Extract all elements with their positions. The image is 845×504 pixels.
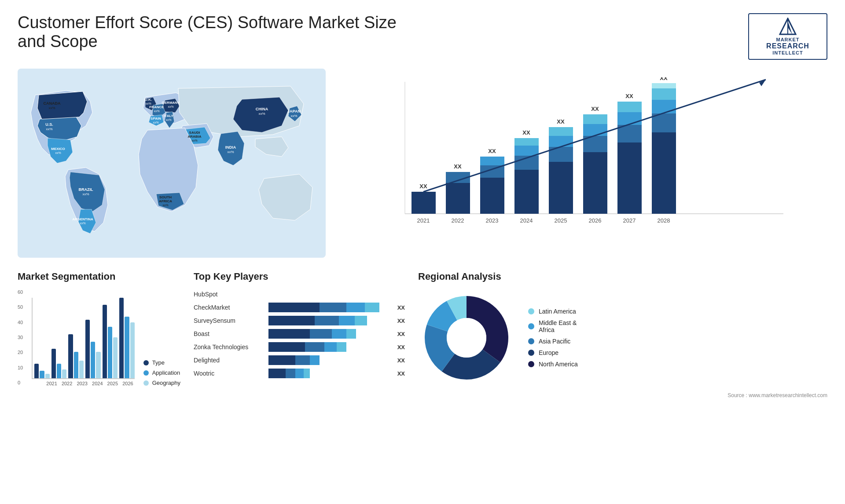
bar-2028-seg3 [652, 100, 676, 113]
logo-icon [779, 18, 797, 35]
svg-text:2022: 2022 [452, 217, 464, 224]
svg-text:2023: 2023 [486, 217, 499, 224]
player-bar-inner-zonka [268, 342, 390, 352]
player-name-zonka: Zonka Technologies [194, 343, 264, 351]
player-name-delighted: Delighted [194, 357, 264, 364]
svg-text:ARGENTINA: ARGENTINA [72, 217, 93, 221]
bar-seg-3 [332, 329, 346, 339]
svg-text:ITALY: ITALY [164, 114, 173, 118]
legend-dot-application [143, 370, 149, 376]
bar-2026-seg4 [583, 114, 607, 124]
legend-label-geography: Geography [152, 380, 180, 386]
seg-bar-geo-2023 [79, 361, 84, 378]
svg-text:xx%: xx% [55, 151, 61, 154]
reg-dot-latin-america [528, 308, 534, 314]
seg-bar-geo-2024 [96, 352, 100, 378]
bar-2026-seg1 [583, 152, 607, 214]
seg-chart [32, 298, 134, 379]
svg-text:CANADA: CANADA [44, 101, 61, 106]
player-xx-surveysensum: XX [397, 318, 405, 324]
seg-bar-geo-2025 [113, 337, 118, 378]
seg-bar-geo-2021 [45, 374, 50, 378]
player-xx-delighted: XX [397, 357, 405, 364]
seg-y-axis: 60 50 40 30 20 10 0 [18, 289, 23, 386]
seg-bar-app-2022 [57, 364, 61, 378]
logo-text-research: RESEARCH [766, 42, 809, 50]
legend-europe: Europe [528, 349, 578, 356]
svg-text:XX: XX [591, 106, 599, 112]
players-list: HubSpot CheckMarket XX SurveySens [194, 289, 405, 378]
svg-text:MEXICO: MEXICO [51, 147, 65, 151]
reg-dot-north-america [528, 361, 534, 367]
bar-2028-seg5 [652, 83, 676, 88]
bar-seg-3 [346, 303, 364, 312]
player-bar-hubspot [268, 289, 405, 299]
seg-x-axis: 2021 2022 2023 2024 2025 2026 [45, 381, 134, 386]
bar-seg-1 [268, 342, 305, 352]
segmentation-section: Market Segmentation 60 50 40 30 20 10 0 [18, 271, 180, 398]
svg-text:xx%: xx% [168, 105, 173, 108]
map-svg: CANADA xx% U.S. xx% MEXICO xx% BRAZIL xx… [18, 69, 326, 258]
svg-text:INDIA: INDIA [225, 145, 236, 150]
seg-bar-type-2023 [68, 334, 73, 378]
svg-text:xx%: xx% [48, 106, 55, 110]
segmentation-title: Market Segmentation [18, 271, 180, 282]
bar-2021-seg1 [411, 192, 436, 214]
legend-north-america: North America [528, 361, 578, 368]
svg-text:xx%: xx% [145, 102, 151, 105]
source-text: Source : www.marketresearchintellect.com [727, 392, 827, 398]
seg-bar-app-2024 [91, 342, 95, 378]
player-row-checkmarket: CheckMarket XX [194, 303, 405, 312]
reg-dot-europe [528, 350, 534, 356]
bar-chart: XX 2021 XX 2022 XX 2023 [343, 69, 827, 258]
svg-text:xx%: xx% [162, 204, 168, 207]
bar-seg-1 [268, 329, 310, 339]
top-section: CANADA xx% U.S. xx% MEXICO xx% BRAZIL xx… [18, 69, 827, 258]
source-line: Source : www.marketresearchintellect.com [418, 392, 827, 398]
bar-seg-4 [304, 369, 310, 378]
legend-latin-america: Latin America [528, 308, 578, 315]
regional-title: Regional Analysis [418, 271, 827, 282]
seg-bar-app-2026 [125, 317, 129, 378]
seg-bar-app-2025 [108, 327, 112, 378]
player-xx-zonka: XX [397, 344, 405, 351]
svg-text:xx%: xx% [80, 222, 85, 225]
svg-text:BRAZIL: BRAZIL [79, 187, 93, 192]
bar-2025-seg4 [549, 127, 573, 136]
bar-seg-2 [320, 303, 346, 312]
legend-label-type: Type [152, 359, 165, 366]
seg-bar-type-2026 [119, 298, 124, 378]
page-header: Customer Effort Score (CES) Software Mar… [18, 13, 827, 60]
svg-text:GERMANY: GERMANY [162, 101, 180, 105]
player-name-wootric: Wootric [194, 370, 264, 377]
player-row-hubspot: HubSpot [194, 289, 405, 299]
player-name-hubspot: HubSpot [194, 291, 264, 298]
bar-2024-seg1 [514, 170, 539, 214]
seg-bar-app-2021 [40, 371, 44, 378]
svg-text:CHINA: CHINA [256, 107, 268, 111]
player-name-checkmarket: CheckMarket [194, 304, 264, 311]
player-bar-inner-surveysensum [268, 316, 390, 325]
svg-text:XX: XX [454, 163, 462, 170]
logo-text-intellect: INTELLECT [772, 50, 803, 55]
seg-group-2026 [119, 298, 135, 378]
reg-label-mea: Middle East &Africa [539, 319, 577, 333]
donut-center [447, 318, 486, 358]
svg-text:xx%: xx% [154, 110, 159, 113]
reg-label-north-america: North America [539, 361, 578, 368]
player-bar-wootric [268, 369, 390, 378]
svg-text:SPAIN: SPAIN [151, 117, 161, 121]
bar-2027-seg1 [617, 142, 642, 214]
seg-bar-type-2025 [103, 305, 107, 378]
bar-2025-seg3 [549, 136, 573, 147]
svg-text:2025: 2025 [555, 217, 567, 224]
bar-2028-seg4 [652, 88, 676, 100]
seg-group-2022 [51, 349, 67, 378]
svg-text:2026: 2026 [589, 217, 602, 224]
player-bar-inner-wootric [268, 369, 390, 378]
player-bar-delighted [268, 355, 390, 365]
bar-2024-seg3 [514, 146, 539, 156]
svg-text:XX: XX [557, 118, 565, 125]
svg-text:ARABIA: ARABIA [187, 135, 201, 139]
bar-2025-seg1 [549, 162, 573, 214]
